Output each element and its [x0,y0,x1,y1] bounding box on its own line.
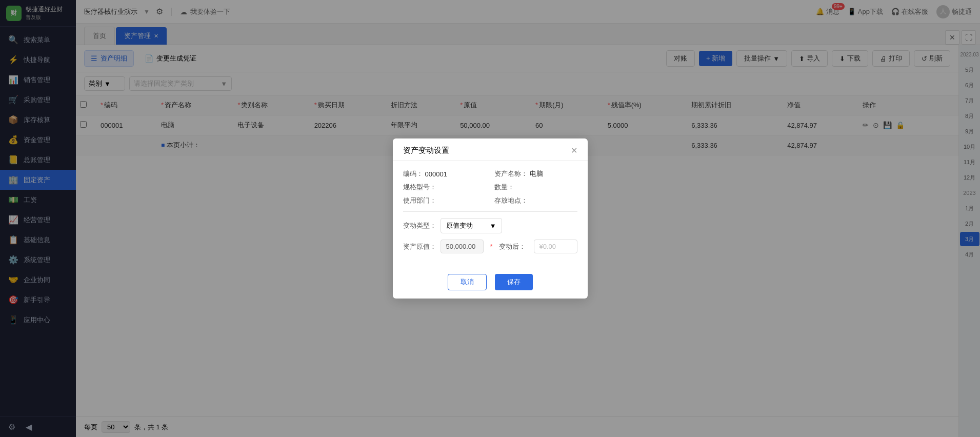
original-value-display: 50,000.00 [441,240,484,253]
dialog-header: 资产变动设置 ✕ [393,138,588,161]
dialog-info-section: 编码： 000001 资产名称： 电脑 规格型号： 数量： 使用部门： [403,169,577,205]
dialog-title: 资产变动设置 [403,146,449,155]
asset-change-dialog: 资产变动设置 ✕ 编码： 000001 资产名称： 电脑 规格型号： 数 [393,138,588,299]
dialog-divider [403,211,577,212]
dialog-field-spec: 规格型号： [403,183,486,192]
dialog-change-type-row: 变动类型： 原值变动 ▼ [403,218,577,233]
modal-overlay: 资产变动设置 ✕ 编码： 000001 资产名称： 电脑 规格型号： 数 [0,0,980,437]
dialog-field-name: 资产名称： 电脑 [494,169,577,178]
after-change-input[interactable]: ¥0.00 [534,240,577,253]
dialog-body: 编码： 000001 资产名称： 电脑 规格型号： 数量： 使用部门： [393,161,588,268]
required-star: * [490,243,492,250]
save-button[interactable]: 保存 [495,274,533,290]
dialog-footer: 取消 保存 [393,268,588,299]
dialog-field-location: 存放地点： [494,196,577,205]
dialog-field-department: 使用部门： [403,196,486,205]
dialog-close-icon[interactable]: ✕ [571,146,577,155]
change-type-chevron-icon: ▼ [490,222,496,230]
dialog-value-row: 资产原值： 50,000.00 * 变动后： ¥0.00 [403,240,577,253]
cancel-button[interactable]: 取消 [448,274,487,290]
dialog-field-code: 编码： 000001 [403,169,486,178]
change-type-select[interactable]: 原值变动 ▼ [441,218,502,233]
dialog-field-quantity: 数量： [494,183,577,192]
